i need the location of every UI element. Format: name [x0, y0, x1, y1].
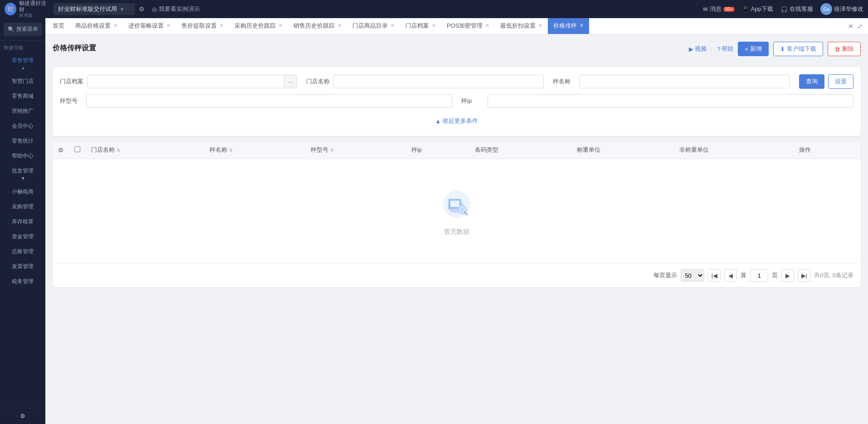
app-download-btn[interactable]: 📱 App下载: [742, 5, 773, 13]
tab-sales-history-close[interactable]: ✕: [337, 23, 341, 29]
tab-goods-price[interactable]: 商品价格设置 ✕: [70, 18, 123, 34]
stock-settle-label: 库存核算: [12, 218, 34, 226]
tab-sale-price-extract[interactable]: 售价提取设置 ✕: [176, 18, 229, 34]
sidebar-item-retail-mgmt[interactable]: 零售管理 ▲: [0, 53, 45, 74]
first-page-btn[interactable]: |◀: [708, 269, 721, 282]
tab-sale-price-extract-close[interactable]: ✕: [219, 23, 224, 29]
service-icon: 🎧: [780, 6, 788, 13]
tab-store-profile[interactable]: 门店档案 ✕: [400, 18, 441, 34]
last-page-btn[interactable]: ▶|: [798, 269, 810, 282]
sidebar-item-mini-ecom[interactable]: 小畅电商: [0, 184, 45, 199]
store-profile-picker-btn[interactable]: ···: [284, 75, 297, 88]
tab-goods-price-close[interactable]: ✕: [113, 23, 117, 29]
th-scale-model[interactable]: 秤型号 ⇅: [305, 141, 406, 159]
demo-label: 我要看实例演示: [159, 5, 200, 13]
next-page-btn[interactable]: ▶: [781, 269, 794, 282]
tab-close-all-icon[interactable]: ✕: [848, 23, 853, 30]
sidebar-item-tax[interactable]: 税务管理: [0, 274, 45, 289]
tab-price-scale-close[interactable]: ✕: [580, 23, 584, 29]
tab-store-catalog-close[interactable]: ✕: [390, 23, 395, 29]
tab-purchase-strategy-close[interactable]: ✕: [166, 23, 171, 29]
sidebar-item-marketing[interactable]: 营销推广: [0, 104, 45, 119]
th-barcode-type: 条码类型: [469, 141, 571, 159]
settings-icon[interactable]: ⚙: [139, 5, 145, 13]
export-button[interactable]: ⬇ 客户端下载: [773, 42, 823, 56]
demo-link[interactable]: ◎ 我要看实例演示: [152, 5, 200, 13]
select-all-checkbox[interactable]: [74, 146, 80, 152]
tab-sales-history[interactable]: 销售历史价跟踪 ✕: [288, 18, 347, 34]
tab-min-discount-label: 最低折扣设置: [500, 22, 536, 30]
tab-store-catalog[interactable]: 门店商品目录 ✕: [347, 18, 400, 34]
version-selector[interactable]: 好业财标准版交付试用 ▾: [54, 3, 135, 15]
tab-purchase-history[interactable]: 采购历史价跟踪 ✕: [229, 18, 288, 34]
tab-min-discount[interactable]: 最低折扣设置 ✕: [495, 18, 548, 34]
tab-pos-manage-close[interactable]: ✕: [485, 23, 489, 29]
sidebar-item-smart-store[interactable]: 智慧门店: [0, 74, 45, 89]
query-button[interactable]: 查询: [799, 74, 824, 89]
video-link[interactable]: ▶ 视频: [689, 45, 707, 53]
sidebar: 🔍 搜索菜单 快捷导航 零售管理 ▲ 智慧门店 零售商城 营销推广 会员中心 零…: [0, 18, 45, 424]
user-menu[interactable]: Ea 徐泽华修改: [820, 3, 863, 15]
delete-button[interactable]: 🗑 删除: [828, 42, 861, 56]
demo-icon: ◎: [152, 6, 157, 13]
sidebar-item-ledger[interactable]: 总账管理: [0, 244, 45, 259]
th-checkbox[interactable]: [69, 141, 86, 159]
store-profile-group: 门店档案 ···: [60, 75, 297, 88]
tab-pos-manage[interactable]: POS加密管理 ✕: [441, 18, 495, 34]
th-scale-name[interactable]: 秤名称 ⇅: [204, 141, 305, 159]
tab-price-scale[interactable]: 价格传秤 ✕: [548, 18, 589, 34]
tab-bar: 首页 商品价格设置 ✕ 进价策略设置 ✕ 售价提取设置 ✕ 采购历史价跟踪 ✕ …: [45, 18, 868, 34]
sidebar-item-purchase-mgmt[interactable]: 采购管理: [0, 199, 45, 214]
download-icon: 📱: [742, 6, 749, 13]
app-sub: 标准版: [19, 13, 50, 18]
empty-row: 暂无数据: [53, 159, 861, 264]
table-header-row: ⚙ 门店名称 ⇅ 秤名称 ⇅: [53, 141, 861, 159]
sidebar-item-retail-mall[interactable]: 零售商城: [0, 89, 45, 104]
scale-ip-input[interactable]: [488, 94, 853, 108]
sidebar-item-finance[interactable]: 资金管理: [0, 229, 45, 244]
sidebar-item-member[interactable]: 会员中心: [0, 119, 45, 134]
sidebar-item-wholesale[interactable]: 批发管理 ▼: [0, 164, 45, 184]
help-link[interactable]: ? 帮助: [717, 45, 733, 53]
scale-name-input[interactable]: [579, 75, 790, 88]
settings-btn[interactable]: 设置: [828, 74, 853, 89]
page-number-input[interactable]: [750, 269, 768, 282]
store-profile-input[interactable]: [87, 75, 284, 88]
add-button[interactable]: + 新增: [738, 42, 769, 56]
ledger-label: 总账管理: [12, 248, 34, 255]
th-store-name[interactable]: 门店名称 ⇅: [86, 141, 204, 159]
sidebar-item-help-center[interactable]: 帮助中心: [0, 149, 45, 164]
th-settings[interactable]: ⚙: [53, 141, 69, 159]
tab-expand-icon[interactable]: ⤢: [857, 23, 863, 30]
sidebar-item-stock-settle[interactable]: 库存核算: [0, 214, 45, 229]
invoice-label: 发票管理: [12, 263, 34, 270]
online-service-btn[interactable]: 🎧 在线客服: [780, 5, 813, 13]
messages-btn[interactable]: ✉ 消息 99+: [703, 5, 735, 13]
sidebar-settings[interactable]: ⚙: [0, 408, 45, 424]
store-name-input[interactable]: [333, 75, 543, 88]
tax-label: 税务管理: [12, 278, 34, 285]
scale-model-input[interactable]: [86, 94, 452, 108]
collapse-btn[interactable]: ▲ 收起更多条件: [430, 115, 484, 127]
tab-min-discount-close[interactable]: ✕: [538, 23, 542, 29]
delete-label: 删除: [842, 45, 854, 53]
app-download-label: App下载: [751, 5, 773, 13]
tab-home-label: 首页: [53, 22, 64, 30]
sidebar-item-invoice[interactable]: 发票管理: [0, 259, 45, 274]
search-menu-btn[interactable]: 🔍 搜索菜单: [4, 23, 42, 36]
smart-store-label: 智慧门店: [12, 77, 34, 85]
tab-home[interactable]: 首页: [47, 18, 70, 34]
tab-purchase-strategy[interactable]: 进价策略设置 ✕: [123, 18, 176, 34]
table-settings-icon[interactable]: ⚙: [58, 147, 63, 154]
tab-purchase-history-label: 采购历史价跟踪: [234, 22, 276, 30]
sidebar-item-retail-stats[interactable]: 零售统计: [0, 134, 45, 149]
tab-store-profile-close[interactable]: ✕: [432, 23, 436, 29]
per-page-select[interactable]: 10 20 50 100: [681, 269, 704, 282]
prev-page-btn[interactable]: ◀: [724, 269, 737, 282]
page-title: 价格传秤设置: [53, 43, 96, 53]
tab-purchase-history-close[interactable]: ✕: [278, 23, 283, 29]
scale-model-group: 秤型号: [60, 94, 452, 108]
help-center-label: 帮助中心: [12, 152, 34, 160]
sort-scale-name-icon: ⇅: [229, 148, 233, 153]
wholesale-expand-icon: ▼: [21, 176, 25, 181]
